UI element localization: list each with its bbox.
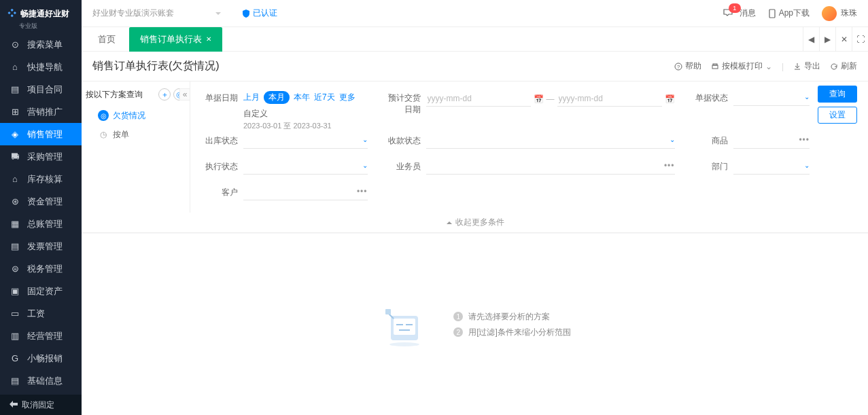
field-label: 收款状态	[384, 131, 426, 147]
tab-close-all-button[interactable]: ✕	[835, 27, 852, 52]
sidebar-item-marketing[interactable]: ⊞营销推广	[0, 101, 82, 123]
svg-rect-3	[712, 65, 718, 69]
shortcut-this-month[interactable]: 本月	[264, 91, 290, 104]
sidebar-item-purchase[interactable]: ⛟采购管理	[0, 145, 82, 168]
export-icon	[793, 62, 801, 71]
scheme-item-byorder[interactable]: ◷ 按单	[86, 125, 186, 144]
sidebar-items: ⊙搜索菜单 ⌂快捷导航 ▤项目合同 ⊞营销推广 ◈销售管理 ⛟采购管理 ⌂库存核…	[0, 33, 82, 395]
reimburse-icon: G	[10, 353, 20, 363]
scheme-panel: 按以下方案查询 ＋ ◎ « ◎ 欠货情况 ◷ 按单	[82, 82, 190, 213]
field-expected-date: 预计交货日期 📅 — 📅	[384, 88, 675, 131]
sidebar-item-label: 发票管理	[27, 240, 63, 253]
sidebar-item-search[interactable]: ⊙搜索菜单	[0, 33, 82, 56]
sidebar-item-invoice[interactable]: ▤发票管理	[0, 235, 82, 257]
shortcut-custom[interactable]: 自定义	[243, 108, 268, 120]
sidebar-item-inventory[interactable]: ⌂库存核算	[0, 168, 82, 190]
refresh-label: 刷新	[841, 60, 857, 72]
print-button[interactable]: 按模板打印⌄	[711, 60, 772, 72]
expected-from-input[interactable]	[426, 91, 531, 107]
tab-home[interactable]: 首页	[87, 27, 126, 52]
outbound-select[interactable]: ⌄	[243, 131, 368, 149]
more-icon: •••	[357, 187, 368, 196]
settings-button[interactable]: 设置	[818, 107, 857, 124]
shortcut-last-month[interactable]: 上月	[243, 92, 260, 103]
field-outbound-status: 出库状态 ⌄	[201, 131, 368, 157]
chevron-down-icon: ⌄	[765, 62, 772, 71]
query-button[interactable]: 查询	[818, 86, 857, 103]
chevron-down-icon: ⌄	[362, 136, 368, 143]
sidebar-item-tax[interactable]: ⊜税务管理	[0, 257, 82, 280]
sidebar-item-sales[interactable]: ◈销售管理	[0, 123, 82, 145]
range-separator: —	[546, 94, 555, 104]
expected-to-input[interactable]	[557, 91, 662, 107]
shortcut-7days[interactable]: 近7天	[314, 92, 335, 103]
refresh-button[interactable]: 刷新	[830, 60, 857, 72]
calendar-icon[interactable]: 📅	[665, 94, 675, 104]
field-receipt-status: 收款状态 ⌄	[384, 131, 675, 157]
scheme-title-row: 按以下方案查询 ＋ ◎	[86, 88, 186, 101]
field-label: 商品	[691, 131, 733, 147]
sidebar-item-info[interactable]: ▤基础信息	[0, 369, 82, 392]
customer-select[interactable]: •••	[243, 183, 368, 200]
sidebar-item-asset[interactable]: ▣固定资产	[0, 280, 82, 302]
step-number: 2	[453, 327, 463, 337]
doc-status-select[interactable]: ⌄	[733, 88, 810, 106]
salesperson-select[interactable]: •••	[426, 157, 675, 175]
collapse-label: 收起更多条件	[455, 217, 504, 228]
sidebar-item-salary[interactable]: ▭工资	[0, 302, 82, 325]
empty-step-1: 1请先选择要分析的方案	[453, 311, 571, 323]
tab-prev-button[interactable]: ◀	[803, 27, 819, 52]
tab-sales-order-exec[interactable]: 销售订单执行表 ✕	[129, 27, 222, 52]
sidebar-item-reimburse[interactable]: G小畅报销	[0, 347, 82, 369]
sidebar-item-label: 库存核算	[27, 173, 63, 185]
export-button[interactable]: 导出	[793, 60, 820, 72]
sidebar-item-label: 资金管理	[27, 196, 63, 208]
sidebar-item-fund[interactable]: ⊛资金管理	[0, 190, 82, 213]
print-label: 按模板打印	[722, 60, 763, 72]
shield-icon	[242, 10, 250, 18]
help-button[interactable]: ?帮助	[674, 60, 701, 72]
message-button[interactable]: 消息	[723, 7, 756, 19]
sidebar-item-label: 营销推广	[27, 106, 63, 118]
sidebar-item-contract[interactable]: ▤项目合同	[0, 78, 82, 101]
sidebar-item-quicknav[interactable]: ⌂快捷导航	[0, 56, 82, 78]
tab-next-button[interactable]: ▶	[819, 27, 835, 52]
calendar-icon[interactable]: 📅	[534, 94, 544, 104]
chevron-down-icon: ⌄	[804, 93, 810, 101]
collapse-filters-button[interactable]: 收起更多条件	[82, 213, 868, 233]
account-select[interactable]: 好业财专业版演示账套	[92, 7, 222, 19]
sidebar-item-label: 采购管理	[27, 151, 63, 163]
shortcut-more[interactable]: 更多	[339, 92, 355, 103]
export-label: 导出	[804, 60, 820, 72]
shortcut-this-year[interactable]: 本年	[294, 92, 310, 103]
exec-select[interactable]: ⌄	[243, 157, 368, 175]
field-label: 单据日期	[201, 88, 243, 104]
sidebar-item-label: 项目合同	[27, 84, 63, 96]
scheme-label: 按单	[113, 129, 129, 141]
tax-icon: ⊜	[10, 264, 20, 274]
salary-icon: ▭	[10, 308, 20, 319]
scheme-item-shortage[interactable]: ◎ 欠货情况	[86, 106, 186, 125]
svg-rect-6	[394, 319, 415, 335]
more-icon: •••	[664, 161, 675, 170]
message-icon	[723, 7, 735, 19]
svg-rect-9	[399, 329, 410, 331]
filter-area: 按以下方案查询 ＋ ◎ « ◎ 欠货情况 ◷ 按单	[82, 82, 868, 213]
svg-rect-7	[396, 324, 403, 325]
tab-label: 销售订单执行表	[140, 33, 202, 46]
scheme-collapse-button[interactable]: «	[179, 88, 190, 101]
department-select[interactable]: ⌄	[733, 157, 810, 175]
fullscreen-button[interactable]: ⛶	[852, 27, 868, 52]
user-menu[interactable]: 珠珠	[822, 6, 857, 21]
product-select[interactable]: •••	[733, 131, 810, 149]
sidebar-unpin[interactable]: 取消固定	[0, 395, 82, 415]
close-icon[interactable]: ✕	[206, 35, 211, 43]
svg-text:?: ?	[677, 64, 680, 70]
help-icon: ?	[674, 62, 682, 71]
sidebar-item-manage[interactable]: ▥经营管理	[0, 325, 82, 347]
add-scheme-button[interactable]: ＋	[158, 88, 171, 101]
sidebar-item-ledger[interactable]: ▦总账管理	[0, 213, 82, 235]
app-download-button[interactable]: App下载	[768, 7, 810, 19]
receipt-select[interactable]: ⌄	[426, 131, 675, 149]
main-area: 好业财专业版演示账套 已认证 消息 App下载 珠珠	[82, 0, 868, 415]
